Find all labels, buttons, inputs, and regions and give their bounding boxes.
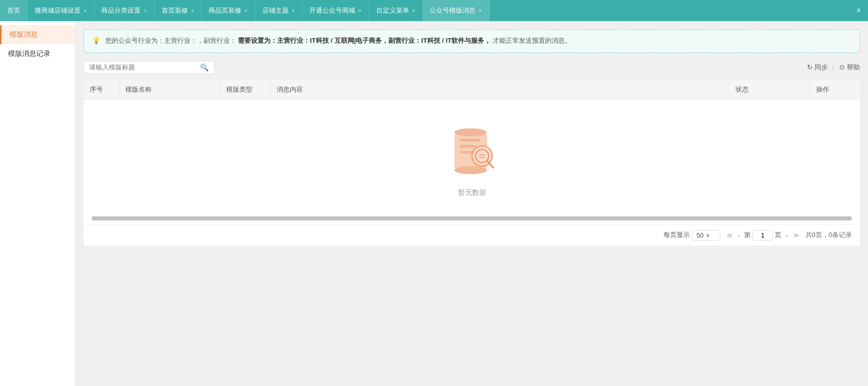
nav-tab-custom-menu-close[interactable]: ×	[412, 8, 415, 14]
nav-tab-home[interactable]: 首页	[0, 0, 28, 21]
sync-icon: ↻	[807, 63, 813, 71]
first-page-button[interactable]: ⊲	[724, 230, 734, 240]
col-header-type: 模版类型	[220, 80, 270, 100]
main-layout: 模版消息 模版消息记录 💡 您的公众号行业为：主营行业：，副营行业： 需要设置为…	[0, 21, 868, 386]
help-button[interactable]: ⊙ 帮助	[839, 63, 860, 72]
page-prefix: 第	[744, 230, 751, 240]
svg-rect-4	[460, 139, 480, 141]
nav-tab-shop-theme[interactable]: 店铺主题 ×	[255, 0, 302, 21]
empty-state-row: 暂无数据	[84, 99, 860, 212]
nav-tab-shop-theme-close[interactable]: ×	[292, 8, 295, 14]
total-info: 共0页，0条记录	[806, 230, 852, 240]
scrollbar-track[interactable]	[92, 216, 852, 220]
nav-tab-product-category[interactable]: 商品分类设置 ×	[94, 0, 154, 21]
notice-box: 💡 您的公众号行业为：主营行业：，副营行业： 需要设置为：主营行业：IT科技 /…	[84, 29, 860, 53]
nav-tab-homepage-decor-close[interactable]: ×	[191, 8, 194, 14]
help-label: 帮助	[847, 63, 860, 72]
nav-tab-homepage-decor[interactable]: 首页装修 ×	[155, 0, 202, 21]
scrollbar-thumb[interactable]	[92, 216, 852, 220]
svg-point-3	[454, 166, 487, 174]
chevron-down-icon: ∨	[706, 232, 710, 239]
col-header-name: 模版名称	[119, 80, 220, 100]
nav-tab-custom-menu-label: 自定义菜单	[376, 6, 409, 15]
sync-label: 同步	[815, 63, 828, 72]
nav-tab-weshop-label: 微商城店铺设置	[35, 6, 81, 15]
sidebar-item-template-msg[interactable]: 模版消息	[0, 25, 75, 44]
table-wrapper: 序号 模版名称 模版类型 消息内容 状态	[84, 80, 860, 246]
nav-tab-template-msg-label: 公众号模版消息	[430, 6, 476, 15]
search-input-container[interactable]: 🔍	[84, 61, 215, 74]
sync-button[interactable]: ↻ 同步	[807, 63, 828, 72]
svg-point-2	[454, 128, 487, 136]
empty-state: 暂无数据	[84, 100, 860, 212]
notice-prefix: 您的公众号行业为：主营行业：，副营行业：	[105, 37, 236, 44]
empty-state-icon	[442, 120, 502, 180]
page-size-select: 每页显示 50 ∨	[663, 230, 720, 241]
next-page-button[interactable]: ›	[783, 230, 789, 240]
nav-tab-weshop-settings[interactable]: 微商城店铺设置 ×	[28, 0, 94, 21]
page-size-dropdown[interactable]: 50 ∨	[692, 230, 720, 241]
nav-tab-product-decor[interactable]: 商品页装修 ×	[202, 0, 255, 21]
page-number-input[interactable]	[753, 230, 773, 241]
col-header-seq: 序号	[84, 80, 119, 100]
nav-tab-template-msg-close[interactable]: ×	[479, 8, 482, 14]
col-header-content: 消息内容	[270, 80, 729, 100]
nav-tab-shop-theme-label: 店铺主题	[262, 6, 289, 15]
pagination-row: 每页显示 50 ∨ ⊲ ‹ 第 页 › ⊳ 共0页，0条记录	[84, 224, 860, 246]
nav-tab-homepage-decor-label: 首页装修	[162, 6, 188, 15]
nav-tab-open-wechat-mall-label: 开通公众号商城	[309, 6, 355, 15]
page-navigation: ⊲ ‹ 第 页 › ⊳	[724, 230, 802, 241]
last-page-button[interactable]: ⊳	[792, 230, 802, 240]
empty-state-text: 暂无数据	[458, 188, 486, 197]
top-navigation: 首页 微商城店铺设置 × 商品分类设置 × 首页装修 × 商品页装修 × 店铺主…	[0, 0, 868, 21]
sidebar-item-template-msg-label: 模版消息	[10, 30, 38, 38]
nav-tab-product-decor-close[interactable]: ×	[244, 8, 247, 14]
nav-tab-custom-menu[interactable]: 自定义菜单 ×	[369, 0, 423, 21]
content-area: 💡 您的公众号行业为：主营行业：，副营行业： 需要设置为：主营行业：IT科技 /…	[76, 21, 868, 386]
nav-tab-product-category-close[interactable]: ×	[144, 8, 147, 14]
sidebar-item-template-msg-record-label: 模版消息记录	[8, 49, 50, 57]
sidebar: 模版消息 模版消息记录	[0, 21, 76, 386]
svg-rect-5	[460, 145, 476, 147]
nav-tab-open-wechat-mall-close[interactable]: ×	[358, 8, 361, 14]
search-actions: ↻ 同步 | ⊙ 帮助	[807, 63, 860, 72]
prev-page-button[interactable]: ‹	[736, 230, 742, 240]
notice-highlight: 需要设置为：主营行业：IT科技 / 互联网|电子商务，副营行业：IT科技 / I…	[238, 37, 491, 44]
notice-icon: 💡	[92, 37, 100, 44]
nav-tab-home-label: 首页	[7, 6, 20, 15]
close-all-icon: ×	[856, 6, 861, 15]
notice-suffix: 才能正常发送预置的消息。	[493, 37, 571, 44]
page-size-value: 50	[696, 231, 703, 239]
nav-tab-product-category-label: 商品分类设置	[101, 6, 141, 15]
data-table: 序号 模版名称 模版类型 消息内容 状态	[84, 80, 860, 212]
search-bar: 🔍 ↻ 同步 | ⊙ 帮助	[84, 61, 860, 74]
search-input[interactable]	[89, 63, 200, 71]
nav-tab-product-decor-label: 商品页装修	[209, 6, 241, 15]
horizontal-scrollbar[interactable]	[84, 212, 860, 224]
page-size-label: 每页显示	[663, 230, 690, 240]
table-header-row: 序号 模版名称 模版类型 消息内容 状态	[84, 80, 860, 100]
nav-tab-open-wechat-mall[interactable]: 开通公众号商城 ×	[302, 0, 369, 21]
col-header-status: 状态	[729, 80, 810, 100]
col-header-action: 操作	[810, 80, 860, 100]
page-unit: 页	[775, 230, 781, 240]
nav-close-all-button[interactable]: ×	[849, 6, 868, 15]
search-icon[interactable]: 🔍	[200, 63, 209, 71]
sidebar-item-template-msg-record[interactable]: 模版消息记录	[0, 44, 75, 63]
nav-tab-template-msg[interactable]: 公众号模版消息 ×	[423, 0, 489, 21]
help-icon: ⊙	[839, 63, 845, 71]
nav-tab-weshop-close[interactable]: ×	[84, 8, 87, 14]
action-divider: |	[833, 63, 834, 71]
